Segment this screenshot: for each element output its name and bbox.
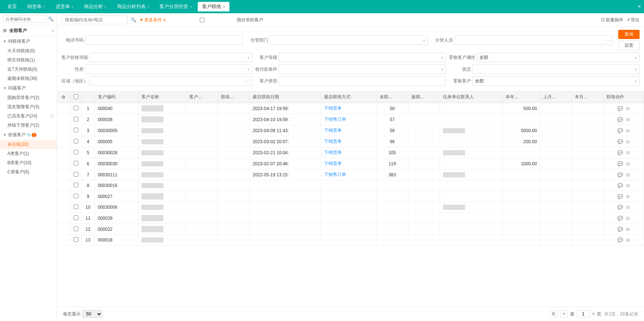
grid-action-icon[interactable]: ⊞: [626, 183, 630, 188]
sidebar-item-class-b[interactable]: B类客户(33): [0, 158, 57, 167]
next-page-btn[interactable]: >: [592, 311, 595, 317]
last-contact-date-col-header[interactable]: 最后联络日期: [250, 91, 321, 103]
close-goods-analysis-tab[interactable]: ×: [105, 5, 107, 9]
chat-icon[interactable]: 💬: [617, 161, 623, 166]
contact-method-link[interactable]: 下销货单: [324, 150, 342, 155]
sidebar-item-churned[interactable]: 已流失客户(24) ⓘ: [0, 112, 57, 121]
retail-attr-dropdown[interactable]: 全部 ∨: [477, 53, 640, 62]
checkbox-cell[interactable]: [70, 147, 81, 158]
sidebar-item-tomorrow[interactable]: 明天待联络(1): [0, 56, 57, 65]
sidebar-item-today[interactable]: 今天待联络(0): [0, 46, 57, 56]
nav-sales[interactable]: 销货单 ×: [23, 2, 50, 11]
sidebar-item-overdue[interactable]: 逾期未联络(30): [0, 74, 57, 83]
my-customers-checkbox-label[interactable]: 我分管的客户: [169, 17, 263, 23]
grid-action-icon[interactable]: ⊞: [626, 194, 630, 199]
checkbox-cell[interactable]: [70, 114, 81, 125]
region-dropdown[interactable]: ···: [89, 76, 252, 86]
checkbox-cell[interactable]: [70, 180, 81, 191]
this-year-col-header[interactable]: 本年...: [503, 91, 540, 103]
chat-icon[interactable]: 💬: [617, 216, 623, 221]
prev-page-btn[interactable]: <: [560, 310, 568, 318]
checkbox-cell[interactable]: [70, 158, 81, 169]
sidebar-item-class-c[interactable]: C类客户(6): [0, 167, 57, 177]
row-checkbox[interactable]: [74, 106, 78, 110]
row-checkbox[interactable]: [74, 128, 78, 133]
nav-customer-contact[interactable]: 客户联络 ×: [198, 2, 229, 11]
first-page-btn[interactable]: K: [550, 310, 558, 318]
chat-icon[interactable]: 💬: [617, 128, 623, 133]
page-input[interactable]: [577, 310, 590, 318]
close-customer-layer-tab[interactable]: ×: [190, 5, 192, 9]
query-button[interactable]: 查询: [618, 30, 640, 39]
contact-method-link[interactable]: 下销货单: [324, 106, 342, 111]
status-dropdown[interactable]: ∨: [472, 64, 640, 74]
contact-method-link[interactable]: 下销货单: [324, 128, 342, 133]
batch-operation-btn[interactable]: ☑ 批量操作: [601, 17, 623, 23]
sidebar-item-ungroup[interactable]: 未分组(32): [0, 140, 57, 149]
customer-type-dropdown[interactable]: [279, 76, 446, 86]
payment-dropdown[interactable]: ∨: [279, 64, 446, 74]
all-customers-header[interactable]: ⊞ 全部客户 «: [0, 25, 57, 36]
contact-method-link[interactable]: 下销售订单: [324, 117, 346, 122]
contact-col-header[interactable]: 联络...: [218, 91, 250, 103]
grid-action-icon[interactable]: ⊞: [626, 150, 630, 155]
checkbox-cell[interactable]: [70, 125, 81, 136]
phone-input[interactable]: [85, 35, 243, 45]
chat-icon[interactable]: 💬: [617, 172, 623, 177]
grid-action-icon[interactable]: ⊞: [626, 106, 630, 111]
last-contact-method-col-header[interactable]: 最后联络方式: [321, 91, 376, 103]
no-contact-col-header[interactable]: 未联...: [376, 91, 408, 103]
chat-icon[interactable]: 💬: [617, 227, 623, 232]
dept-dropdown[interactable]: ∨: [270, 35, 427, 45]
sidebar-item-abnormal[interactable]: 固购异常客户(2): [0, 93, 57, 102]
chat-icon[interactable]: 💬: [617, 106, 623, 111]
pending-contact-group[interactable]: ▼ 待联络客户: [0, 36, 57, 46]
chat-icon[interactable]: 💬: [617, 117, 623, 122]
filter-search-icon[interactable]: 🔍: [131, 17, 136, 22]
gender-dropdown[interactable]: ∨: [85, 64, 252, 74]
staff-dropdown[interactable]: ···: [454, 35, 612, 45]
grid-action-icon[interactable]: ⊞: [626, 161, 630, 166]
grid-action-icon[interactable]: ⊞: [626, 128, 630, 133]
problem-customer-group[interactable]: ▼ 问题客户: [0, 83, 57, 93]
row-checkbox[interactable]: [74, 150, 78, 155]
action-col-header[interactable]: 联络动作: [603, 91, 644, 103]
price-grade-dropdown[interactable]: ∨: [89, 53, 252, 62]
checkbox-col-header[interactable]: [70, 91, 81, 103]
close-customer-contact-tab[interactable]: ×: [223, 5, 225, 9]
chat-icon[interactable]: 💬: [617, 139, 623, 144]
sidebar-item-7days[interactable]: 近7天待联络(0): [0, 65, 57, 74]
reset-button[interactable]: 设置: [618, 40, 640, 50]
code-col-header[interactable]: 客户编码: [95, 91, 138, 103]
checkbox-cell[interactable]: [70, 224, 81, 235]
sidebar-item-churn-warning[interactable]: 流失预警客户(3): [0, 102, 57, 112]
retail-customer-dropdown[interactable]: 全部 ∨: [472, 76, 640, 86]
page-size-dropdown[interactable]: 50 100 200: [82, 310, 102, 318]
settings-col-header[interactable]: ⚙: [57, 91, 70, 103]
region-more-btn[interactable]: ···: [246, 78, 250, 84]
checkbox-cell[interactable]: [70, 202, 81, 213]
sidebar-item-class-a[interactable]: A类客户(1): [0, 149, 57, 158]
nav-goods-analysis-list[interactable]: 商品分析列表 ×: [113, 2, 154, 11]
close-sales-tab[interactable]: ×: [43, 5, 45, 9]
contact-method-link[interactable]: 下销货单: [324, 161, 342, 166]
checkbox-cell[interactable]: [70, 235, 81, 246]
value-customer-group[interactable]: ▼ 价值客户 ↻ !: [0, 130, 57, 140]
grid-action-icon[interactable]: ⊞: [626, 216, 630, 221]
row-checkbox[interactable]: [74, 161, 78, 166]
last-month-col-header[interactable]: 上月...: [540, 91, 572, 103]
checkbox-cell[interactable]: [70, 136, 81, 147]
close-purchase-tab[interactable]: ×: [71, 5, 74, 9]
close-goods-analysis-list-tab[interactable]: ×: [147, 5, 149, 9]
nav-home[interactable]: 首页: [3, 2, 21, 11]
name-col-header[interactable]: 客户名称: [138, 91, 186, 103]
checkbox-cell[interactable]: [70, 191, 81, 202]
chat-icon[interactable]: 💬: [617, 237, 623, 243]
type-col-header[interactable]: 客户...: [186, 91, 218, 103]
contact-method-link[interactable]: 下销货单: [324, 139, 342, 144]
grid-action-icon[interactable]: ⊞: [626, 117, 630, 122]
export-btn[interactable]: ↗ 导出: [626, 17, 640, 23]
select-all-checkbox[interactable]: [74, 94, 78, 99]
checkbox-cell[interactable]: [70, 169, 81, 180]
contact-method-link[interactable]: 下销售订单: [324, 172, 346, 177]
